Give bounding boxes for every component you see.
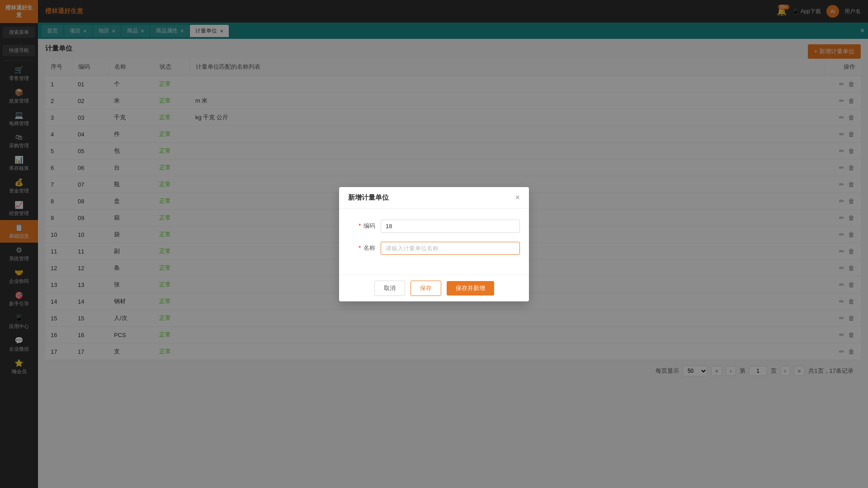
name-field-label: * 名称 [348,244,375,252]
required-mark-code: * [359,222,361,229]
save-and-new-button[interactable]: 保存并新增 [447,281,494,296]
name-label-text: 名称 [363,244,375,251]
modal-header: 新增计量单位 × [339,187,529,209]
name-input[interactable] [381,242,520,255]
required-mark-name: * [359,244,361,251]
code-label-text: 编码 [363,222,375,229]
modal-overlay[interactable]: 新增计量单位 × * 编码 * 名称 取消 保存 保存并新增 [0,0,868,488]
add-unit-modal: 新增计量单位 × * 编码 * 名称 取消 保存 保存并新增 [339,187,529,301]
modal-close-button[interactable]: × [515,193,520,202]
cancel-button[interactable]: 取消 [374,281,405,296]
code-field-row: * 编码 [348,220,520,233]
name-field-row: * 名称 [348,242,520,255]
code-field-label: * 编码 [348,222,375,230]
modal-title: 新增计量单位 [348,193,389,202]
code-input[interactable] [381,220,520,233]
modal-footer: 取消 保存 保存并新增 [339,275,529,301]
save-button[interactable]: 保存 [410,281,441,296]
modal-body: * 编码 * 名称 [339,209,529,275]
